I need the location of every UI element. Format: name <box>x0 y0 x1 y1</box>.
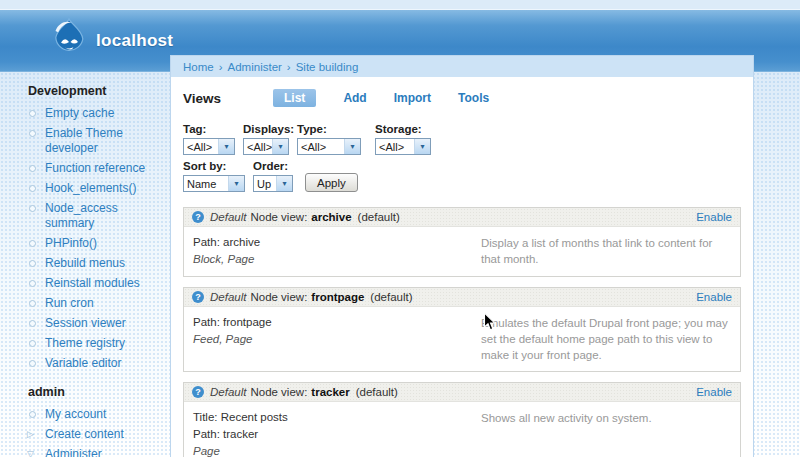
help-icon[interactable]: ? <box>192 211 204 223</box>
chevron-down-icon: ▾ <box>272 139 288 154</box>
displays-select-value: <All> <box>247 141 272 153</box>
view-row-header: ? Default Node view: tracker (default) E… <box>184 383 740 402</box>
displays-filter-label: Displays: <box>243 123 289 135</box>
tab-list[interactable]: List <box>273 89 316 107</box>
view-type-label: Default <box>210 291 246 303</box>
tab-add[interactable]: Add <box>343 91 366 105</box>
breadcrumb-site-building[interactable]: Site building <box>296 61 359 73</box>
view-name: frontpage <box>311 291 364 303</box>
storage-select[interactable]: <All> ▾ <box>375 138 431 155</box>
sidebar-item-administer[interactable]: ▽Administer <box>28 447 158 457</box>
site-name: localhost <box>96 31 173 51</box>
bullet-icon <box>29 110 36 117</box>
sidebar-item-create-content[interactable]: ▷Create content <box>28 427 158 442</box>
bullet-icon <box>29 260 36 267</box>
views-list: ? Default Node view: archive (default) E… <box>183 207 741 457</box>
storage-filter-label: Storage: <box>375 123 431 135</box>
development-menu: Empty cache Enable Theme developer Funct… <box>28 106 158 371</box>
sort-by-select[interactable]: Name ▾ <box>183 175 245 192</box>
view-default-suffix: (default) <box>356 386 398 398</box>
view-row-tracker: ? Default Node view: tracker (default) E… <box>183 382 741 457</box>
view-displays: Block, Page <box>193 251 481 268</box>
view-row-archive: ? Default Node view: archive (default) E… <box>183 207 741 277</box>
view-default-suffix: (default) <box>370 291 412 303</box>
view-type-label: Default <box>210 386 246 398</box>
sidebar-item-variable-editor[interactable]: Variable editor <box>28 356 158 371</box>
sidebar: Development Empty cache Enable Theme dev… <box>0 78 168 457</box>
chevron-down-icon: ▾ <box>344 139 360 154</box>
bullet-icon <box>29 280 36 287</box>
view-row-header: ? Default Node view: frontpage (default)… <box>184 288 740 307</box>
bullet-icon <box>29 411 36 418</box>
sidebar-item-function-reference[interactable]: Function reference <box>28 161 158 176</box>
type-select[interactable]: <All> ▾ <box>297 138 361 155</box>
bullet-icon <box>29 185 36 192</box>
view-type-label: Default <box>210 211 246 223</box>
type-select-value: <All> <box>301 141 326 153</box>
chevron-down-icon: ▾ <box>218 139 234 154</box>
top-strip <box>0 0 800 10</box>
apply-button[interactable]: Apply <box>305 173 358 192</box>
bullet-icon <box>29 205 36 212</box>
displays-select[interactable]: <All> ▾ <box>243 138 289 155</box>
tag-filter-label: Tag: <box>183 123 235 135</box>
tag-select-value: <All> <box>187 141 212 153</box>
breadcrumb-separator: › <box>219 61 223 73</box>
sidebar-item-my-account[interactable]: My account <box>28 407 158 422</box>
sidebar-item-empty-cache[interactable]: Empty cache <box>28 106 158 121</box>
tab-import[interactable]: Import <box>394 91 431 105</box>
view-kind-label: Node view: <box>250 386 307 398</box>
breadcrumb-administer[interactable]: Administer <box>228 61 282 73</box>
view-displays: Feed, Page <box>193 331 481 348</box>
chevron-right-icon[interactable]: ▷ <box>27 427 34 442</box>
sidebar-item-run-cron[interactable]: Run cron <box>28 296 158 311</box>
view-description: Shows all new activity on system. <box>481 409 731 457</box>
view-row-header: ? Default Node view: archive (default) E… <box>184 208 740 227</box>
sidebar-item-rebuild-menus[interactable]: Rebuild menus <box>28 256 158 271</box>
bullet-icon <box>29 340 36 347</box>
enable-link[interactable]: Enable <box>696 291 732 303</box>
breadcrumb-home[interactable]: Home <box>183 61 214 73</box>
view-description: Emulates the default Drupal front page; … <box>481 314 731 363</box>
tag-select[interactable]: <All> ▾ <box>183 138 235 155</box>
chevron-down-icon: ▾ <box>276 176 292 191</box>
view-path: Path: tracker <box>193 426 481 443</box>
view-details: Path: archive Block, Page <box>193 234 481 268</box>
view-description: Display a list of months that link to co… <box>481 234 731 268</box>
sidebar-item-phpinfo[interactable]: PHPinfo() <box>28 236 158 251</box>
sort-by-select-value: Name <box>187 178 216 190</box>
help-icon[interactable]: ? <box>192 291 204 303</box>
view-path: Path: frontpage <box>193 314 481 331</box>
sidebar-item-node-access-summary[interactable]: Node_access summary <box>28 201 158 231</box>
help-icon[interactable]: ? <box>192 386 204 398</box>
enable-link[interactable]: Enable <box>696 386 732 398</box>
sidebar-item-hook-elements[interactable]: Hook_elements() <box>28 181 158 196</box>
tab-tools[interactable]: Tools <box>458 91 489 105</box>
sidebar-item-session-viewer[interactable]: Session viewer <box>28 316 158 331</box>
admin-menu: My account ▷Create content ▽Administer ▷… <box>28 407 158 457</box>
view-default-suffix: (default) <box>358 211 400 223</box>
sidebar-item-theme-registry[interactable]: Theme registry <box>28 336 158 351</box>
order-select[interactable]: Up ▾ <box>253 175 293 192</box>
tabs: List Add Import Tools <box>273 89 489 107</box>
view-kind-label: Node view: <box>250 211 307 223</box>
sidebar-item-enable-theme-developer[interactable]: Enable Theme developer <box>28 126 158 156</box>
view-name: archive <box>311 211 351 223</box>
chevron-down-icon: ▾ <box>414 139 430 154</box>
enable-link[interactable]: Enable <box>696 211 732 223</box>
chevron-down-icon[interactable]: ▽ <box>27 447 34 457</box>
sidebar-section-admin: admin <box>28 385 168 399</box>
view-row-frontpage: ? Default Node view: frontpage (default)… <box>183 287 741 372</box>
drupal-logo-icon <box>52 18 86 62</box>
content-panel: Home › Administer › Site building Views … <box>170 55 754 457</box>
page-title: Views <box>183 91 221 106</box>
view-kind-label: Node view: <box>250 291 307 303</box>
view-details: Path: frontpage Feed, Page <box>193 314 481 363</box>
sort-by-label: Sort by: <box>183 160 245 172</box>
bullet-icon <box>29 360 36 367</box>
breadcrumb-separator: › <box>287 61 291 73</box>
view-title: Title: Recent posts <box>193 409 481 426</box>
bullet-icon <box>29 300 36 307</box>
sidebar-item-reinstall-modules[interactable]: Reinstall modules <box>28 276 158 291</box>
storage-select-value: <All> <box>379 141 404 153</box>
